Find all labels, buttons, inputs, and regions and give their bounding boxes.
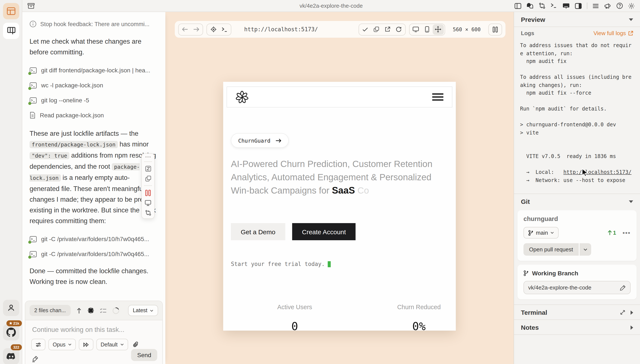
hamburger-menu-icon[interactable] (432, 92, 443, 102)
success-dot (28, 256, 31, 258)
checklist-icon[interactable] (100, 308, 106, 313)
fast-forward-icon (83, 342, 89, 347)
notes-section-header[interactable]: Notes (514, 320, 640, 334)
working-branch-input[interactable]: vk/4e2a-explore-the-code (524, 281, 630, 294)
rail-item-board[interactable] (3, 23, 19, 39)
git-card: churnguard main 1 ••• Open pull request (518, 210, 636, 261)
info-icon (30, 20, 36, 28)
headline-typing: Co (355, 186, 369, 195)
arrow-right-icon (276, 138, 282, 143)
cta-row: Get a Demo Create Account (231, 223, 356, 240)
discord-members-badge: 322 (11, 344, 22, 350)
left-rail: 21k 322 (0, 0, 22, 364)
notes-section-title: Notes (521, 324, 539, 331)
success-dot (28, 72, 31, 75)
composer: 2 files chan... Latest Continue (25, 300, 163, 364)
attach-icon[interactable] (132, 341, 139, 348)
command-item[interactable]: git -C /private/var/folders/10/h7w0q465.… (30, 236, 158, 242)
command-item[interactable]: wc -l package-lock.json (30, 82, 158, 89)
create-account-button[interactable]: Create Account (292, 223, 356, 240)
github-stars-badge: 21k (6, 320, 22, 326)
file-read-item[interactable]: Read package-lock.json (30, 112, 158, 118)
success-dot (28, 102, 31, 105)
rail-item-layout-active[interactable] (3, 3, 19, 19)
app-window: vk/4e2a-explore-the-code (0, 0, 640, 364)
document-icon (30, 112, 36, 118)
open-pull-request-button[interactable]: Open pull request (524, 243, 578, 256)
arrow-up-icon (608, 230, 612, 236)
assistant-message: These are just lockfile artifacts — the … (30, 128, 158, 226)
rail-item-account[interactable] (3, 300, 19, 316)
assistant-message: Done — committed the lockfile changes. W… (30, 266, 158, 287)
back-button[interactable] (180, 24, 191, 34)
working-branch-value: vk/4e2a-explore-the-code (528, 284, 592, 291)
typing-caret (328, 261, 331, 267)
model-dropdown[interactable]: Opus (48, 339, 76, 350)
mobile-view-button[interactable] (422, 24, 433, 34)
forward-button[interactable] (191, 24, 202, 34)
flower-logo-icon[interactable] (236, 90, 248, 104)
files-changed-chip[interactable]: 2 files chan... (30, 305, 70, 316)
copy-icon[interactable] (371, 24, 382, 34)
brand-pill[interactable]: ChurnGuard (231, 133, 289, 148)
page-nav (226, 86, 452, 108)
stat-label: Churn Reduced (382, 304, 455, 310)
console-button[interactable] (219, 24, 230, 34)
highlighter-icon[interactable] (32, 356, 39, 362)
git-compare-icon[interactable] (145, 210, 151, 216)
branch-dropdown[interactable]: main (524, 227, 558, 238)
commits-ahead[interactable]: 1 (608, 230, 616, 236)
pr-dropdown-segment[interactable] (580, 243, 591, 256)
expand-icon[interactable] (620, 310, 626, 315)
preview-section-header[interactable]: Preview (514, 12, 640, 26)
rail-item-github[interactable]: 21k (3, 324, 19, 340)
success-dot (28, 240, 31, 244)
assistant-message: Let me check what these changes are befo… (30, 36, 158, 58)
local-url-link[interactable]: http://localhost:5173/ (563, 169, 632, 175)
command-item[interactable]: git diff frontend/package-lock.json | he… (30, 67, 158, 74)
free-resize-button[interactable] (433, 24, 444, 34)
git-section-header[interactable]: Git (514, 194, 640, 208)
brand-name: ChurnGuard (238, 137, 270, 144)
command-item[interactable]: git log --oneline -5 (30, 97, 158, 104)
display-icon[interactable] (145, 200, 151, 206)
more-options-icon[interactable] (145, 156, 151, 158)
url-display[interactable]: http://localhost:5173/ (244, 26, 318, 32)
send-button[interactable]: Send (131, 349, 157, 361)
stat-value: 0% (382, 320, 455, 333)
log-output[interactable]: To address issues that do not requir e a… (520, 42, 638, 184)
terminal-section-header[interactable]: Terminal (514, 305, 640, 320)
fast-forward-button[interactable] (79, 339, 94, 350)
rail-item-discord[interactable]: 322 (3, 348, 19, 364)
split-view-button[interactable] (490, 24, 501, 34)
expand-triangle-icon (630, 310, 633, 314)
command-item[interactable]: git -C /private/var/folders/10/h7w0q465.… (30, 250, 158, 257)
settings-sliders-button[interactable] (31, 339, 46, 350)
refresh-icon[interactable] (393, 24, 404, 34)
git-section-title: Git (521, 198, 530, 205)
split-columns-icon[interactable] (145, 190, 151, 196)
target-picker-button[interactable] (208, 24, 219, 34)
more-options-icon[interactable]: ••• (622, 229, 630, 236)
latest-dropdown[interactable]: Latest (128, 305, 158, 316)
terminal-chip-icon (30, 67, 37, 74)
top-bar: vk/4e2a-explore-the-code (22, 0, 640, 12)
open-external-icon[interactable] (382, 24, 393, 34)
branch-row: main 1 ••• (524, 227, 630, 238)
burst-icon[interactable] (87, 307, 94, 314)
expand-triangle-icon (630, 325, 633, 330)
inline-code: frontend/package-lock.json (30, 141, 118, 148)
hook-feedback-note[interactable]: Stop hook feedback: There are uncommi... (30, 20, 158, 28)
push-up-icon[interactable] (76, 307, 82, 314)
get-demo-button[interactable]: Get a Demo (231, 223, 285, 240)
page-headline: AI-Powered Churn Prediction, Customer Re… (231, 157, 436, 197)
mode-dropdown[interactable]: Default (96, 339, 128, 350)
composer-input[interactable]: Continue working on this task... (25, 320, 162, 334)
hook-feedback-text: Stop hook feedback: There are uncommi... (40, 21, 150, 27)
view-full-logs-link[interactable]: View full logs (594, 30, 633, 36)
code-block-icon[interactable] (145, 166, 151, 172)
check-icon[interactable] (360, 24, 371, 34)
desktop-view-button[interactable] (410, 24, 422, 34)
copy-icon[interactable] (145, 176, 151, 182)
browser-toolbar: http://localhost:5173/ (175, 21, 506, 38)
